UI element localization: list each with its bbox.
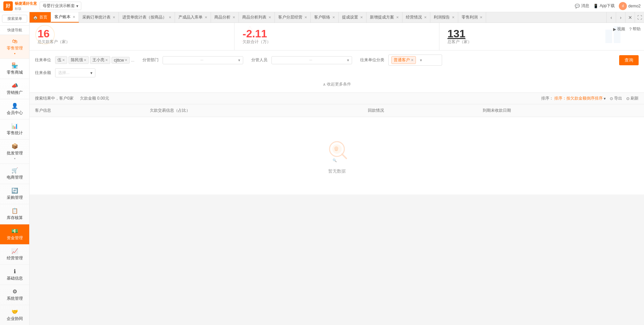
sidebar-item-member-center[interactable]: 👤 会员中心: [0, 99, 29, 119]
stat-card-amount: ✦ -2.11 欠款合计（万）: [234, 23, 439, 50]
query-button[interactable]: 查询: [619, 55, 639, 65]
search-menu-input[interactable]: 搜索菜单: [2, 15, 27, 23]
collapse-up-icon: ∧: [323, 82, 326, 87]
sidebar-item-capital-mgmt[interactable]: 💵 资金管理: [0, 224, 29, 245]
tab-close-new-commission-plan[interactable]: ✕: [396, 15, 399, 19]
sidebar-item-marketing[interactable]: 📣 营销推广: [0, 79, 29, 99]
message-icon: 💬: [575, 4, 580, 8]
tab-retail-profit[interactable]: 零售利润 ✕: [458, 12, 486, 23]
empty-text: 暂无数据: [328, 168, 346, 174]
tab-close-product-analysis-list[interactable]: ✕: [268, 15, 271, 19]
message-button[interactable]: 💬 消息: [575, 3, 589, 9]
filter-area: 往来单位 伍 ✕ 陈民强 ✕ 王小亮 ✕: [30, 50, 644, 93]
tab-close-product-analysis[interactable]: ✕: [232, 15, 235, 19]
tab-business-situation[interactable]: 经营情况 ✕: [402, 12, 430, 23]
tab-nav-close-all[interactable]: ✕: [625, 12, 635, 23]
sidebar-item-enterprise-collab[interactable]: 🤝 企业协同: [0, 305, 29, 325]
refresh-button[interactable]: ⊙ 刷新: [626, 96, 639, 101]
capital-icon: 💵: [11, 228, 18, 234]
tab-close-profit-report[interactable]: ✕: [452, 15, 455, 19]
stat-value-amount: -2.11: [243, 28, 431, 39]
tab-nav-next[interactable]: ›: [616, 12, 625, 23]
tab-product-analysis[interactable]: 商品分析 ✕: [211, 12, 239, 23]
unit-tag-chen: 陈民强 ✕: [69, 56, 89, 64]
sidebar-item-retail-stats[interactable]: 📊 零售统计: [0, 119, 29, 140]
sidebar-item-purchase-mgmt[interactable]: 🔄 采购管理: [0, 184, 29, 204]
tab-nav-buttons: ‹ › ✕ ⛶: [606, 12, 644, 23]
app-download-button[interactable]: 📱 App下载: [593, 3, 615, 9]
enterprise-selector[interactable]: 母婴行业演示帐套 ▾: [40, 2, 81, 10]
tab-close-customer-segment[interactable]: ✕: [304, 15, 307, 19]
person-arrow-icon: ▾: [347, 58, 349, 63]
sidebar-item-retail-mall[interactable]: 🏪 零售商城: [0, 59, 29, 79]
filter-row-unit: 往来单位 伍 ✕ 陈民强 ✕ 王小亮 ✕: [35, 55, 639, 66]
collapse-button[interactable]: ∧ 收起更多条件: [323, 80, 351, 88]
person-select[interactable]: ··· ▾: [271, 56, 352, 64]
tab-stock-stats[interactable]: 进货单统计表（按商品） ✕: [119, 12, 175, 23]
sidebar-item-inventory-check[interactable]: 📋 库存核算: [0, 204, 29, 224]
tab-close-product-inbound[interactable]: ✕: [205, 15, 207, 19]
unit-tag-chen-close[interactable]: ✕: [84, 58, 86, 62]
tab-close-customer-account[interactable]: ✕: [73, 15, 75, 19]
stat-bg-icon-1: ¥: [35, 25, 55, 45]
tab-close-commission-settings[interactable]: ✕: [360, 15, 363, 19]
tab-customer-contact[interactable]: 客户联络 ✕: [311, 12, 339, 23]
quick-nav-button[interactable]: 快捷导航: [0, 26, 29, 35]
tab-profit-report[interactable]: 利润报告 ✕: [430, 12, 458, 23]
sidebar-item-retail-mgmt[interactable]: 🛍 零售管理 ▾: [0, 35, 29, 59]
export-button[interactable]: ⊙ 导出: [610, 96, 622, 101]
tab-close-retail-profit[interactable]: ✕: [480, 15, 482, 19]
dept-select[interactable]: ··· ▾: [163, 56, 243, 64]
sort-select[interactable]: 排序： 排序：按欠款金额倒序排序 ▾: [541, 96, 606, 101]
tab-close-customer-contact[interactable]: ✕: [332, 15, 335, 19]
unit-tag-wu-close[interactable]: ✕: [62, 58, 65, 62]
search-menu-button[interactable]: 搜索菜单: [0, 12, 29, 26]
remain-input[interactable]: 选择... ▾: [55, 68, 95, 77]
tab-close-business-situation[interactable]: ✕: [424, 15, 427, 19]
video-button[interactable]: ▶ 视频: [613, 26, 625, 32]
unit-tags-more[interactable]: ...: [131, 58, 134, 63]
tab-close-stock-stats[interactable]: ✕: [169, 15, 171, 19]
stat-actions: ▶ 视频 ? 帮助: [613, 26, 641, 32]
system-icon: ⚙: [12, 288, 17, 295]
sidebar-item-system-mgmt[interactable]: ⚙ 系统管理: [0, 285, 29, 305]
tab-nav-prev[interactable]: ‹: [606, 12, 616, 23]
top-bar-left: 好 畅捷通好生意 标版 母婴行业演示帐套 ▾: [3, 1, 81, 11]
sidebar-item-ops-mgmt[interactable]: 📈 经营管理: [0, 245, 29, 265]
category-select[interactable]: 普通客户 ✕ ▾: [388, 55, 442, 66]
tab-new-commission-plan[interactable]: 新增提成方案 ✕: [367, 12, 402, 23]
table-container: 客户信息 欠款交易信息（占比） 回款情况 到期未收款日期: [30, 104, 644, 194]
tab-product-analysis-list[interactable]: 商品分析列表 ✕: [239, 12, 275, 23]
tab-customer-account[interactable]: 客户账本 ✕: [51, 12, 79, 23]
svg-text:🔍: 🔍: [333, 158, 337, 162]
retail-mgmt-icon: 🛍: [12, 38, 17, 44]
tab-nav-fullscreen[interactable]: ⛶: [635, 12, 644, 23]
tab-purchase-order-stats[interactable]: 采购订单统计表 ✕: [79, 12, 119, 23]
category-tag-close[interactable]: ✕: [411, 58, 414, 62]
tab-commission-settings[interactable]: 提成设置 ✕: [339, 12, 367, 23]
sort-label: 排序：: [541, 96, 553, 101]
tab-close-purchase-order[interactable]: ✕: [113, 15, 115, 19]
sidebar-item-basic-info[interactable]: ℹ 基础信息: [0, 265, 29, 285]
result-text: 搜索结果中，客户0家 欠款金额 0.00元: [35, 96, 109, 101]
unit-tag-cjttcw-close[interactable]: ✕: [125, 58, 127, 62]
ops-icon: 📈: [11, 248, 18, 254]
tab-home[interactable]: 🏠 首页: [30, 12, 51, 23]
col-debt-info: 欠款交易信息（占比）: [144, 104, 363, 117]
empty-icon: 🔍: [324, 137, 350, 164]
tab-product-inbound[interactable]: 产成品入库单 ✕: [175, 12, 211, 23]
basic-info-icon: ℹ: [14, 268, 16, 275]
sidebar-item-ecom-mgmt[interactable]: 🛒 电商管理: [0, 164, 29, 184]
unit-tag-wang-close[interactable]: ✕: [105, 58, 108, 62]
tab-customer-segment[interactable]: 客户分层经营 ✕: [275, 12, 311, 23]
main-layout: 搜索菜单 快捷导航 🛍 零售管理 ▾ 🏪 零售商城 📣 营销推广 👤 会员中心 …: [0, 0, 644, 325]
retail-stats-icon: 📊: [11, 123, 18, 129]
user-profile-button[interactable]: d demo2: [619, 2, 641, 10]
help-button[interactable]: ? 帮助: [629, 26, 641, 32]
help-icon: ?: [629, 27, 632, 32]
unit-tag-cjttcw: cjttcw ✕: [112, 57, 130, 64]
result-summary: 搜索结果中，客户0家 欠款金额 0.00元 排序： 排序：按欠款金额倒序排序 ▾…: [30, 93, 644, 104]
logo-area: 好 畅捷通好生意 标版: [3, 1, 37, 11]
sort-arrow-icon: ▾: [604, 96, 606, 101]
sidebar-item-wholesale-mgmt[interactable]: 📦 批发管理 ▾: [0, 140, 29, 164]
